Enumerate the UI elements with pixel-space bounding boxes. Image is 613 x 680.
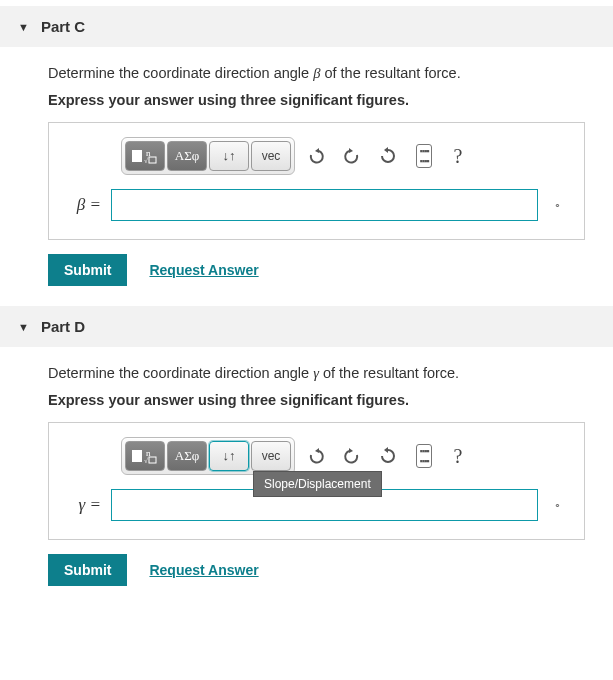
prompt-post: of the resultant force. [319, 365, 459, 381]
redo-icon [343, 147, 361, 165]
input-row: β = ∘ [67, 189, 566, 221]
reset-button[interactable] [373, 441, 403, 471]
action-row: Submit Request Answer [48, 554, 585, 586]
submit-button[interactable]: Submit [48, 254, 127, 286]
undo-icon [307, 147, 325, 165]
part-title: Part D [41, 318, 85, 335]
svg-text:√: √ [144, 157, 148, 164]
subsup-button[interactable]: ↓↑ [209, 141, 249, 171]
instruction-text: Express your answer using three signific… [48, 392, 585, 408]
templates-icon: n√ [132, 448, 158, 464]
variable-label: β = [67, 195, 101, 215]
answer-box: n√ ΑΣφ ↓↑ vec ▪▪▪▪▪▪▪▪ ? β = ∘ [48, 122, 585, 240]
prompt-pre: Determine the coordinate direction angle [48, 65, 313, 81]
redo-button[interactable] [337, 441, 367, 471]
caret-down-icon: ▼ [18, 21, 29, 33]
undo-icon [307, 447, 325, 465]
request-answer-link[interactable]: Request Answer [149, 262, 258, 278]
answer-box: n√ ΑΣφ ↓↑ vec ▪▪▪▪▪▪▪▪ ? Slope/Displacem… [48, 422, 585, 540]
keyboard-button[interactable]: ▪▪▪▪▪▪▪▪ [409, 141, 439, 171]
keyboard-icon: ▪▪▪▪▪▪▪▪ [416, 444, 433, 468]
svg-rect-0 [132, 150, 142, 162]
undo-button[interactable] [301, 441, 331, 471]
request-answer-link[interactable]: Request Answer [149, 562, 258, 578]
svg-rect-4 [132, 450, 142, 462]
reset-icon [379, 147, 397, 165]
vec-button[interactable]: vec [251, 441, 291, 471]
submit-button[interactable]: Submit [48, 554, 127, 586]
templates-button[interactable]: n√ [125, 141, 165, 171]
part-body: Determine the coordinate direction angle… [0, 47, 613, 300]
help-button[interactable]: ? [445, 145, 471, 168]
vec-button[interactable]: vec [251, 141, 291, 171]
subsup-button[interactable]: ↓↑ [209, 441, 249, 471]
greek-button[interactable]: ΑΣφ [167, 441, 207, 471]
prompt-text: Determine the coordinate direction angle… [48, 65, 585, 82]
svg-text:√: √ [144, 457, 148, 464]
undo-button[interactable] [301, 141, 331, 171]
redo-button[interactable] [337, 141, 367, 171]
formula-toolbar: n√ ΑΣφ ↓↑ vec ▪▪▪▪▪▪▪▪ ? [121, 137, 566, 175]
reset-button[interactable] [373, 141, 403, 171]
caret-down-icon: ▼ [18, 321, 29, 333]
part-header[interactable]: ▼ Part C [0, 6, 613, 47]
reset-icon [379, 447, 397, 465]
keyboard-button[interactable]: ▪▪▪▪▪▪▪▪ [409, 441, 439, 471]
part-body: Determine the coordinate direction angle… [0, 347, 613, 600]
unit-label: ∘ [548, 199, 566, 212]
prompt-text: Determine the coordinate direction angle… [48, 365, 585, 382]
formula-toolbar: n√ ΑΣφ ↓↑ vec ▪▪▪▪▪▪▪▪ ? Slope/Displacem… [121, 437, 566, 475]
redo-icon [343, 447, 361, 465]
help-button[interactable]: ? [445, 445, 471, 468]
part-title: Part C [41, 18, 85, 35]
variable-label: γ = [67, 495, 101, 515]
prompt-pre: Determine the coordinate direction angle [48, 365, 313, 381]
greek-button[interactable]: ΑΣφ [167, 141, 207, 171]
keyboard-icon: ▪▪▪▪▪▪▪▪ [416, 144, 433, 168]
templates-icon: n√ [132, 148, 158, 164]
tool-group: n√ ΑΣφ ↓↑ vec [121, 137, 295, 175]
part-header[interactable]: ▼ Part D [0, 306, 613, 347]
instruction-text: Express your answer using three signific… [48, 92, 585, 108]
prompt-post: of the resultant force. [320, 65, 460, 81]
templates-button[interactable]: n√ [125, 441, 165, 471]
answer-input[interactable] [111, 189, 538, 221]
tooltip: Slope/Displacement [253, 471, 382, 497]
unit-label: ∘ [548, 499, 566, 512]
tool-group: n√ ΑΣφ ↓↑ vec [121, 437, 295, 475]
action-row: Submit Request Answer [48, 254, 585, 286]
